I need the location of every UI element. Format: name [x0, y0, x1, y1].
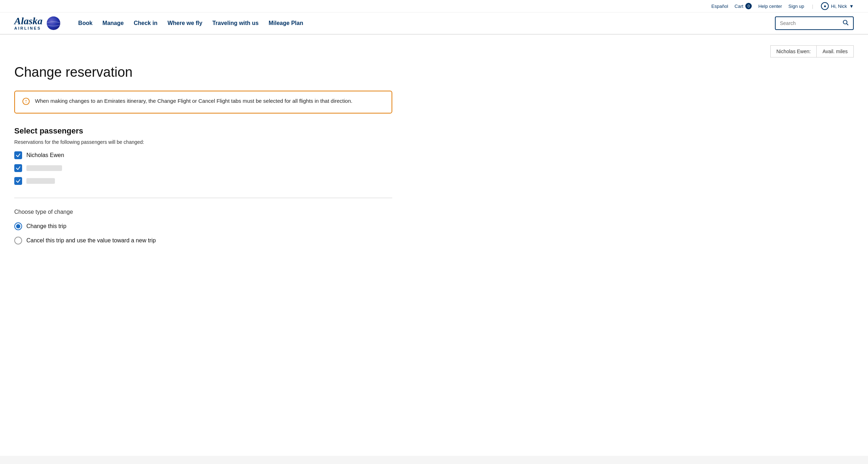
user-info-name: Nicholas Ewen:	[771, 46, 817, 57]
cart-count-badge: 0	[745, 3, 752, 9]
radio-inner	[16, 224, 20, 228]
main-content: Nicholas Ewen: Avail. miles Change reser…	[0, 35, 868, 456]
warning-icon	[22, 97, 30, 107]
passenger-list: Nicholas Ewen	[14, 151, 854, 185]
espanol-link[interactable]: Español	[711, 4, 728, 9]
logo-alaska: Alaska	[14, 16, 42, 26]
chevron-down-icon: ▼	[849, 4, 854, 9]
radio-change-trip-button[interactable]	[14, 222, 22, 230]
globe-icon	[47, 16, 60, 30]
passenger-name-2-redacted	[26, 165, 62, 171]
radio-change-trip-label: Change this trip	[26, 223, 66, 230]
help-center-link[interactable]: Help center	[758, 4, 782, 9]
passenger-checkbox-3[interactable]	[14, 177, 22, 185]
radio-change-trip[interactable]: Change this trip	[14, 222, 854, 230]
page-title: Change reservation	[14, 65, 854, 80]
passenger-item: Nicholas Ewen	[14, 151, 854, 159]
passenger-item	[14, 164, 854, 172]
logo-airlines: AIRLINES	[14, 26, 41, 30]
svg-point-4	[26, 102, 26, 103]
search-button[interactable]	[842, 19, 849, 27]
nav-manage[interactable]: Manage	[102, 20, 124, 26]
passenger-name-3-redacted	[26, 178, 55, 184]
nav-traveling-with-us[interactable]: Traveling with us	[212, 20, 259, 26]
logo-area[interactable]: Alaska AIRLINES	[14, 16, 60, 30]
passenger-checkbox-2[interactable]	[14, 164, 22, 172]
radio-cancel-trip-label: Cancel this trip and use the value towar…	[26, 237, 156, 244]
change-type-label: Choose type of change	[14, 209, 854, 215]
user-info-bar: Nicholas Ewen: Avail. miles	[14, 45, 854, 57]
nav-links: Book Manage Check in Where we fly Travel…	[78, 20, 764, 26]
section-divider	[14, 198, 392, 198]
logo-text: Alaska AIRLINES	[14, 16, 42, 30]
passenger-name-1: Nicholas Ewen	[26, 152, 64, 158]
svg-point-0	[843, 20, 847, 24]
user-greeting: Hi, Nick	[831, 4, 847, 9]
search-input[interactable]	[780, 20, 842, 26]
nav-book[interactable]: Book	[78, 20, 92, 26]
passengers-subtitle: Reservations for the following passenger…	[14, 139, 854, 145]
passenger-item	[14, 177, 854, 185]
passenger-checkbox-1[interactable]	[14, 151, 22, 159]
main-navbar: Alaska AIRLINES Book Manage Check in Whe…	[0, 12, 868, 35]
alert-message: When making changes to an Emirates itine…	[35, 97, 352, 105]
nav-mileage-plan[interactable]: Mileage Plan	[269, 20, 303, 26]
radio-cancel-trip-button[interactable]	[14, 237, 22, 244]
cart-link[interactable]: Cart 0	[735, 3, 752, 9]
radio-options: Change this trip Cancel this trip and us…	[14, 222, 854, 244]
search-box[interactable]	[775, 16, 854, 30]
nav-check-in[interactable]: Check in	[134, 20, 158, 26]
svg-line-1	[847, 24, 848, 25]
user-account[interactable]: ● Hi, Nick ▼	[821, 2, 854, 10]
divider: |	[812, 4, 813, 9]
nav-where-we-fly[interactable]: Where we fly	[168, 20, 203, 26]
sign-up-link[interactable]: Sign up	[788, 4, 804, 9]
alert-box: When making changes to an Emirates itine…	[14, 91, 392, 114]
user-info-miles: Avail. miles	[817, 46, 853, 57]
utility-bar: Español Cart 0 Help center Sign up | ● H…	[0, 0, 868, 12]
radio-cancel-trip[interactable]: Cancel this trip and use the value towar…	[14, 237, 854, 244]
user-info-box: Nicholas Ewen: Avail. miles	[770, 45, 854, 57]
select-passengers-title: Select passengers	[14, 126, 854, 136]
user-icon: ●	[821, 2, 829, 10]
